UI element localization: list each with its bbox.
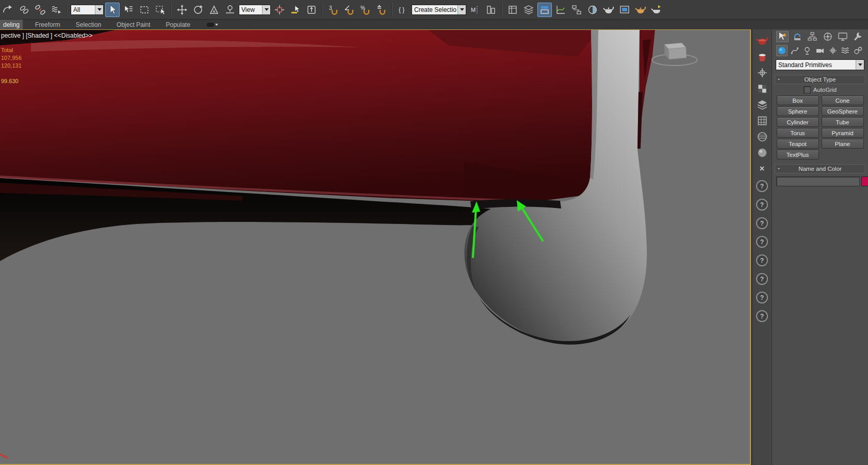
help-icon: ? xyxy=(760,183,764,190)
select-and-manipulate-button[interactable] xyxy=(288,3,303,17)
select-and-link-button[interactable] xyxy=(17,3,31,17)
sphere-button[interactable]: Sphere xyxy=(777,106,819,116)
render-iterative-button[interactable] xyxy=(649,3,664,17)
perspective-viewport[interactable]: pective ] [Shaded ] <<Disabled>> Total 1… xyxy=(0,29,751,465)
tab-hierarchy[interactable] xyxy=(806,31,818,42)
rectangular-selection-region-button[interactable] xyxy=(137,3,152,17)
cone-button[interactable]: Cone xyxy=(822,95,864,105)
category-helpers[interactable] xyxy=(827,45,839,56)
object-type-rollout-header[interactable]: - Object Type xyxy=(775,75,865,84)
reference-coordinate-system-dropdown[interactable]: View xyxy=(239,5,271,15)
select-by-name-button[interactable] xyxy=(121,3,136,17)
help-button[interactable]: ? xyxy=(756,310,768,322)
category-geometry[interactable] xyxy=(776,45,788,56)
help-button[interactable]: ? xyxy=(756,254,768,266)
teapot-toolbar-button[interactable] xyxy=(756,35,768,47)
cameras-icon xyxy=(815,46,825,55)
bind-to-space-warp-button[interactable] xyxy=(49,3,63,17)
angle-snap-toggle-button[interactable] xyxy=(342,3,356,17)
material-editor-button[interactable] xyxy=(585,3,600,17)
close-toolbar-button[interactable]: × xyxy=(756,163,768,175)
category-shapes[interactable] xyxy=(789,45,800,56)
torus-button[interactable]: Torus xyxy=(777,128,819,138)
name-and-color-rollout-header[interactable]: - Name and Color xyxy=(775,164,865,173)
checker-toolbar-button[interactable] xyxy=(756,83,768,95)
stat-total-label: Total xyxy=(1,46,22,54)
plane-button[interactable]: Plane xyxy=(822,139,864,149)
grid-box-toolbar-button[interactable] xyxy=(756,115,768,127)
tab-display[interactable] xyxy=(837,31,849,42)
chevron-down-icon[interactable] xyxy=(856,60,864,70)
select-and-scale-button[interactable] xyxy=(207,3,221,17)
ribbon-tab-object-paint[interactable]: Object Paint xyxy=(112,20,154,29)
tab-motion[interactable] xyxy=(822,31,834,42)
object-name-field[interactable] xyxy=(776,177,860,186)
schematic-view-button[interactable] xyxy=(569,3,584,17)
material-editor-icon xyxy=(587,4,598,15)
render-setup-button[interactable] xyxy=(601,3,616,17)
striped-sphere-toolbar-button[interactable] xyxy=(756,131,768,143)
box-button[interactable]: Box xyxy=(777,95,819,105)
help-button[interactable]: ? xyxy=(756,199,768,211)
redo-button[interactable] xyxy=(1,3,15,17)
select-object-button[interactable] xyxy=(105,3,120,17)
textplus-button[interactable]: TextPlus xyxy=(777,150,819,159)
rendered-frame-window-button[interactable] xyxy=(617,3,632,17)
chevron-down-icon[interactable] xyxy=(95,5,103,14)
ribbon-tab-freeform[interactable]: Freeform xyxy=(31,20,64,29)
create-icon xyxy=(777,31,788,42)
tube-button[interactable]: Tube xyxy=(822,117,864,127)
help-button[interactable]: ? xyxy=(756,292,768,303)
ribbon-minimize-button[interactable] xyxy=(206,20,219,29)
object-color-swatch[interactable] xyxy=(861,177,868,186)
spinner-snap-toggle-button[interactable] xyxy=(374,3,388,17)
percent-snap-toggle-button[interactable]: % xyxy=(358,3,372,17)
autogrid-checkbox[interactable] xyxy=(804,86,811,93)
help-button[interactable]: ? xyxy=(756,180,768,192)
named-selection-sets-dropdown[interactable]: Create Selection Se xyxy=(412,5,466,15)
render-production-button[interactable] xyxy=(633,3,648,17)
window-crossing-toggle-button[interactable] xyxy=(153,3,168,17)
mirror-button[interactable]: M xyxy=(468,3,482,17)
primitive-category-dropdown[interactable]: Standard Primitives xyxy=(776,59,864,70)
geosphere-button[interactable]: GeoSphere xyxy=(822,106,864,116)
ribbon-tab-selection[interactable]: Selection xyxy=(72,20,105,29)
layers-toolbar-button[interactable] xyxy=(756,99,768,111)
align-button[interactable] xyxy=(484,3,498,17)
tab-create[interactable] xyxy=(776,31,789,42)
edit-named-selection-sets-button[interactable]: { } xyxy=(396,3,410,17)
help-icon: ? xyxy=(760,238,764,246)
chevron-down-icon[interactable] xyxy=(262,5,270,14)
selection-filter-dropdown[interactable]: All xyxy=(71,5,104,15)
unlink-selection-button[interactable] xyxy=(33,3,47,17)
category-cameras[interactable] xyxy=(814,45,826,56)
paint-bucket-toolbar-button[interactable] xyxy=(756,51,768,63)
help-button[interactable]: ? xyxy=(756,236,768,248)
use-pivot-point-center-button[interactable] xyxy=(272,3,287,17)
tab-utilities[interactable] xyxy=(851,31,864,42)
tab-modify[interactable] xyxy=(791,31,804,42)
category-space-warps[interactable] xyxy=(840,45,851,56)
category-systems[interactable] xyxy=(853,45,864,56)
help-button[interactable]: ? xyxy=(756,273,768,285)
help-button[interactable]: ? xyxy=(756,217,768,229)
select-and-move-button[interactable] xyxy=(175,3,189,17)
keyboard-shortcut-override-button[interactable] xyxy=(304,3,319,17)
select-and-place-button[interactable] xyxy=(223,3,237,17)
pyramid-button[interactable]: Pyramid xyxy=(822,128,864,138)
viewport-label[interactable]: pective ] [Shaded ] <<Disabled>> xyxy=(1,32,92,39)
category-lights[interactable] xyxy=(801,45,813,56)
ribbon-tab-modeling[interactable]: deling xyxy=(0,20,23,29)
cylinder-button[interactable]: Cylinder xyxy=(777,117,819,127)
curve-editor-button[interactable] xyxy=(553,3,568,17)
ribbon-tab-populate[interactable]: Populate xyxy=(161,20,194,29)
toggle-ribbon-button[interactable] xyxy=(537,3,552,17)
snaps-toggle-button[interactable]: 3 xyxy=(326,3,340,17)
toggle-scene-explorer-button[interactable] xyxy=(505,3,520,17)
toggle-layer-explorer-button[interactable] xyxy=(521,3,536,17)
teapot-button[interactable]: Teapot xyxy=(777,139,819,149)
select-and-rotate-button[interactable] xyxy=(191,3,205,17)
sphere-toolbar-button[interactable] xyxy=(756,147,768,159)
chevron-down-icon[interactable] xyxy=(457,5,466,14)
compass-toolbar-button[interactable] xyxy=(756,67,768,79)
